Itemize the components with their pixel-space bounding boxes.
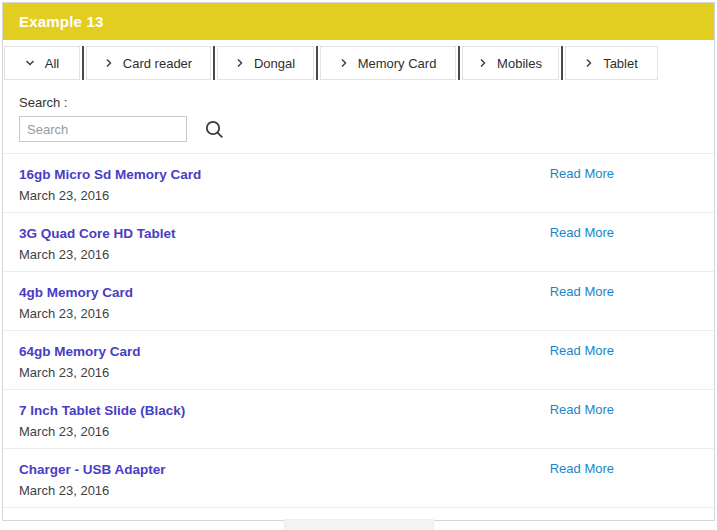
tab-mobiles[interactable]: Mobiles <box>462 46 559 80</box>
tab-tablet[interactable]: Tablet <box>565 46 658 80</box>
item-date: March 23, 2016 <box>19 247 550 262</box>
tab-label: Mobiles <box>497 56 542 71</box>
load-more-button[interactable]: Load More <box>284 519 434 530</box>
tab-separator <box>561 46 563 80</box>
tab-separator <box>458 46 460 80</box>
list-item: Charger - USB Adapter March 23, 2016 Rea… <box>3 448 714 507</box>
item-title-link[interactable]: 7 Inch Tablet Slide (Black) <box>19 403 185 418</box>
list-item: 4gb Memory Card March 23, 2016 Read More <box>3 271 714 330</box>
section-divider <box>3 507 714 508</box>
list-footer: Load More <box>3 519 714 530</box>
header-bar: Example 13 <box>3 3 714 40</box>
search-input[interactable] <box>19 116 187 142</box>
list-item: 16gb Micro Sd Memory Card March 23, 2016… <box>3 154 714 212</box>
item-title-link[interactable]: 16gb Micro Sd Memory Card <box>19 167 201 182</box>
chevron-right-icon <box>340 58 348 68</box>
item-title-link[interactable]: 3G Quad Core HD Tablet <box>19 226 176 241</box>
read-more-link[interactable]: Read More <box>550 402 614 417</box>
item-date: March 23, 2016 <box>19 483 550 498</box>
category-tabbar: All Card reader Dongal Memory Card Mobil… <box>4 46 713 80</box>
tab-label: Card reader <box>123 56 192 71</box>
read-more-link[interactable]: Read More <box>550 166 614 181</box>
tab-label: All <box>45 56 59 71</box>
read-more-link[interactable]: Read More <box>550 461 614 476</box>
search-button[interactable] <box>204 119 225 140</box>
tab-separator <box>82 46 84 80</box>
search-section: Search : <box>3 80 714 153</box>
widget-container: Example 13 All Card reader Dongal Memory… <box>2 2 715 521</box>
item-title-link[interactable]: Charger - USB Adapter <box>19 462 166 477</box>
item-date: March 23, 2016 <box>19 306 550 321</box>
read-more-link[interactable]: Read More <box>550 225 614 240</box>
chevron-right-icon <box>236 58 244 68</box>
list-item: 3G Quad Core HD Tablet March 23, 2016 Re… <box>3 212 714 271</box>
tab-dongal[interactable]: Dongal <box>217 46 314 80</box>
product-list: 16gb Micro Sd Memory Card March 23, 2016… <box>3 154 714 507</box>
item-title-link[interactable]: 64gb Memory Card <box>19 344 141 359</box>
chevron-right-icon <box>585 58 593 68</box>
read-more-link[interactable]: Read More <box>550 343 614 358</box>
page-title: Example 13 <box>19 13 104 30</box>
item-date: March 23, 2016 <box>19 188 550 203</box>
list-item: 64gb Memory Card March 23, 2016 Read Mor… <box>3 330 714 389</box>
tab-label: Tablet <box>603 56 638 71</box>
chevron-right-icon <box>105 58 113 68</box>
tab-separator <box>213 46 215 80</box>
item-title-link[interactable]: 4gb Memory Card <box>19 285 133 300</box>
item-date: March 23, 2016 <box>19 424 550 439</box>
tab-separator <box>316 46 318 80</box>
tab-label: Memory Card <box>358 56 437 71</box>
list-item: 7 Inch Tablet Slide (Black) March 23, 20… <box>3 389 714 448</box>
read-more-link[interactable]: Read More <box>550 284 614 299</box>
tab-label: Dongal <box>254 56 295 71</box>
search-label: Search : <box>19 95 698 110</box>
tab-card-reader[interactable]: Card reader <box>86 46 211 80</box>
item-date: March 23, 2016 <box>19 365 550 380</box>
tab-memory-card[interactable]: Memory Card <box>320 46 456 80</box>
magnifier-icon <box>204 119 225 140</box>
chevron-down-icon <box>25 59 35 67</box>
tab-all[interactable]: All <box>4 46 80 80</box>
chevron-right-icon <box>479 58 487 68</box>
